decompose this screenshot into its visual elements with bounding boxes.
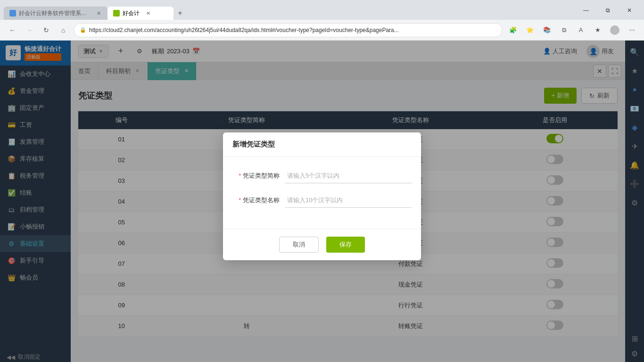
modal-title: 新增凭证类型 bbox=[223, 132, 421, 157]
modal-container: 新增凭证类型 凭证类型简称 凭证类型名称 取消 保存 bbox=[223, 132, 421, 260]
tab2-title: 好会计 bbox=[123, 9, 140, 17]
address-text: https://cloud2.chanjet.com/accounting/uh… bbox=[89, 27, 399, 33]
tab2-close[interactable]: ✕ bbox=[144, 9, 152, 17]
favorites-button[interactable]: ⭐ bbox=[523, 24, 537, 37]
browser-tab-2[interactable]: 好会计 ✕ bbox=[107, 7, 173, 20]
short-name-label: 凭证类型简称 bbox=[232, 172, 280, 180]
split-view-button[interactable]: ⧉ bbox=[557, 24, 570, 37]
add-voucher-type-modal: 新增凭证类型 凭证类型简称 凭证类型名称 取消 保存 bbox=[223, 132, 421, 260]
new-tab-button[interactable]: + bbox=[173, 7, 187, 20]
home-button[interactable]: ⌂ bbox=[57, 24, 70, 37]
read-mode-button[interactable]: A bbox=[574, 24, 587, 37]
browser-tab-1[interactable]: 好会计云财务软件管理系统_会计 ✕ bbox=[4, 7, 107, 20]
short-name-input[interactable] bbox=[285, 168, 412, 183]
modal-footer: 取消 保存 bbox=[223, 229, 421, 260]
add-favorites-button[interactable]: ★ bbox=[591, 24, 604, 37]
reload-button[interactable]: ↻ bbox=[40, 24, 53, 37]
save-button[interactable]: 保存 bbox=[326, 237, 365, 253]
short-name-row: 凭证类型简称 bbox=[232, 168, 412, 183]
full-name-row: 凭证类型名称 bbox=[232, 193, 412, 208]
cancel-button[interactable]: 取消 bbox=[279, 237, 319, 253]
modal-body: 凭证类型简称 凭证类型名称 bbox=[223, 157, 421, 229]
full-name-input[interactable] bbox=[285, 193, 412, 208]
full-name-label: 凭证类型名称 bbox=[232, 196, 280, 205]
collection-button[interactable]: 📚 bbox=[540, 24, 553, 37]
profile-avatar bbox=[610, 25, 619, 35]
minimize-button[interactable]: — bbox=[575, 3, 597, 18]
menu-button[interactable]: ⋯ bbox=[625, 24, 638, 37]
profile-button[interactable] bbox=[608, 24, 621, 37]
restore-button[interactable]: ⧉ bbox=[597, 3, 619, 18]
tab1-title: 好会计云财务软件管理系统_会计 bbox=[19, 9, 91, 17]
lock-icon: 🔒 bbox=[80, 27, 86, 33]
address-bar[interactable]: 🔒 https://cloud2.chanjet.com/accounting/… bbox=[74, 23, 503, 37]
tab1-close[interactable]: ✕ bbox=[95, 9, 102, 17]
extensions-button[interactable]: 🧩 bbox=[506, 24, 520, 37]
close-button[interactable]: ✕ bbox=[619, 3, 640, 18]
forward-button[interactable]: → bbox=[23, 24, 36, 37]
tab1-favicon bbox=[9, 10, 16, 16]
tab2-favicon bbox=[113, 10, 120, 16]
back-button[interactable]: ← bbox=[6, 24, 19, 37]
